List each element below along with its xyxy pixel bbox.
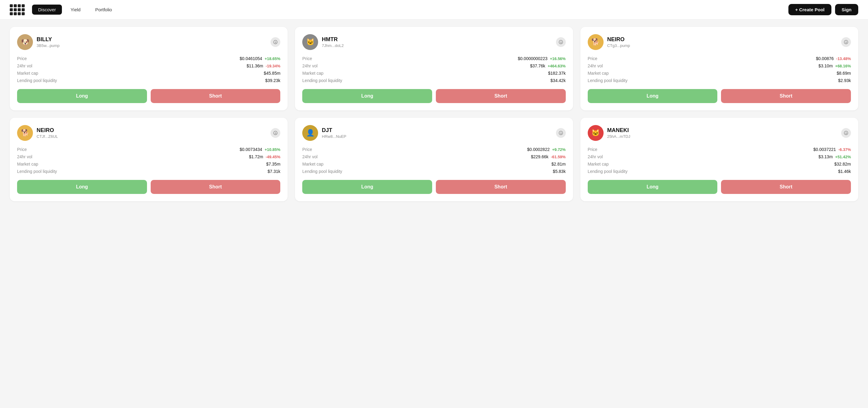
- vol-value: $3.10m: [818, 63, 833, 68]
- price-value-group: $0.0037221 -6.37%: [813, 147, 851, 152]
- card-menu-button[interactable]: a: [556, 128, 566, 138]
- market-cap-label: Market cap: [588, 71, 609, 75]
- long-button[interactable]: Long: [302, 180, 432, 194]
- lending-label: Lending pool liquidity: [302, 169, 342, 174]
- stat-vol: 24hr vol $37.76k +464.63%: [302, 63, 565, 68]
- card-name: NEIRO: [37, 127, 58, 133]
- card-header-left: 👤 DJT HRw8...NuEP: [302, 125, 346, 141]
- short-button[interactable]: Short: [721, 180, 851, 194]
- vol-label: 24hr vol: [588, 154, 603, 159]
- nav-discover[interactable]: Discover: [32, 5, 62, 14]
- card-stats: Price $0.00876 -13.48% 24hr vol $3.10m +…: [588, 56, 851, 83]
- create-pool-button[interactable]: + Create Pool: [788, 4, 831, 15]
- stat-vol: 24hr vol $229.66k -61.59%: [302, 154, 565, 159]
- avatar: 🐱: [588, 125, 603, 141]
- card-djt: 👤 DJT HRw8...NuEP a Price $0.0002822 +9.…: [295, 118, 573, 201]
- stat-vol: 24hr vol $3.13m +51.42%: [588, 154, 851, 159]
- vol-value-group: $1.72m -49.45%: [249, 154, 280, 159]
- market-cap-label: Market cap: [17, 71, 38, 75]
- stat-market-cap: Market cap $45.85m: [17, 71, 280, 75]
- card-identity: NEIRO CTg3...pump: [607, 36, 630, 48]
- vol-label: 24hr vol: [17, 63, 32, 68]
- card-name: DJT: [322, 127, 346, 133]
- svg-text:a: a: [560, 131, 562, 135]
- long-button[interactable]: Long: [17, 89, 147, 103]
- card-hmtr: 🐱 HMTR 7Jhm...doL2 a Price $0.0000000223…: [295, 27, 573, 111]
- stat-price: Price $0.0000000223 +16.56%: [302, 56, 565, 61]
- card-billy: 🐶 BILLY 3B5w...pump a Price $0.0461054 +…: [10, 27, 288, 111]
- long-button[interactable]: Long: [588, 89, 718, 103]
- stat-market-cap: Market cap $8.69m: [588, 71, 851, 75]
- stat-price: Price $0.0037221 -6.37%: [588, 147, 851, 152]
- card-stats: Price $0.0002822 +9.72% 24hr vol $229.66…: [302, 147, 565, 174]
- price-value-group: $0.0002822 +9.72%: [527, 147, 565, 152]
- price-value: $0.0073434: [240, 147, 262, 152]
- lending-value: $1.46k: [838, 169, 851, 174]
- price-label: Price: [302, 56, 312, 61]
- stat-vol: 24hr vol $11.36m -19.34%: [17, 63, 280, 68]
- long-button[interactable]: Long: [17, 180, 147, 194]
- card-header-left: 🐕 NEIRO CTg3...pump: [588, 34, 630, 50]
- short-button[interactable]: Short: [436, 180, 566, 194]
- long-button[interactable]: Long: [302, 89, 432, 103]
- card-neiro2: 🐕 NEIRO CTJf...Z6UL a Price $0.0073434 +…: [10, 118, 288, 201]
- main-content: 🐶 BILLY 3B5w...pump a Price $0.0461054 +…: [0, 20, 868, 209]
- cards-grid: 🐶 BILLY 3B5w...pump a Price $0.0461054 +…: [10, 27, 858, 201]
- card-address: CTg3...pump: [607, 43, 630, 48]
- card-address: 3B5w...pump: [37, 43, 60, 48]
- card-menu-button[interactable]: a: [271, 37, 280, 47]
- svg-text:a: a: [275, 40, 277, 44]
- stat-price: Price $0.0002822 +9.72%: [302, 147, 565, 152]
- card-neiro1: 🐕 NEIRO CTg3...pump a Price $0.00876 -13…: [580, 27, 858, 111]
- lending-label: Lending pool liquidity: [17, 78, 57, 83]
- card-menu-button[interactable]: a: [556, 37, 566, 47]
- stat-market-cap: Market cap $2.81m: [302, 162, 565, 166]
- nav-links: Discover Yield Portfolio: [32, 5, 118, 14]
- price-change: +10.85%: [265, 147, 281, 152]
- card-menu-button[interactable]: a: [841, 37, 851, 47]
- card-maneki: 🐱 MANEKI 25hA...mTDJ a Price $0.0037221 …: [580, 118, 858, 201]
- vol-value-group: $229.66k -61.59%: [531, 154, 566, 159]
- lending-label: Lending pool liquidity: [588, 169, 628, 174]
- short-button[interactable]: Short: [436, 89, 566, 103]
- vol-value-group: $3.13m +51.42%: [818, 154, 851, 159]
- card-identity: NEIRO CTJf...Z6UL: [37, 127, 58, 139]
- short-button[interactable]: Short: [721, 89, 851, 103]
- card-stats: Price $0.0461054 +18.65% 24hr vol $11.36…: [17, 56, 280, 83]
- market-cap-label: Market cap: [17, 162, 38, 166]
- nav-yield[interactable]: Yield: [64, 5, 87, 14]
- lending-value: $7.31k: [268, 169, 280, 174]
- vol-value: $37.76k: [530, 63, 545, 68]
- card-actions: Long Short: [302, 89, 565, 103]
- logo: [10, 4, 25, 15]
- card-name: BILLY: [37, 36, 60, 43]
- card-menu-button[interactable]: a: [271, 128, 280, 138]
- long-button[interactable]: Long: [588, 180, 718, 194]
- stat-lending: Lending pool liquidity $34.42k: [302, 78, 565, 83]
- price-value-group: $0.0461054 +18.65%: [240, 56, 281, 61]
- stat-market-cap: Market cap $182.37k: [302, 71, 565, 75]
- price-value: $0.0461054: [240, 56, 262, 61]
- vol-value-group: $37.76k +464.63%: [530, 63, 566, 68]
- market-cap-value: $7.35m: [266, 162, 281, 166]
- vol-change: +51.42%: [835, 155, 851, 159]
- card-menu-button[interactable]: a: [841, 128, 851, 138]
- lending-label: Lending pool liquidity: [588, 78, 628, 83]
- lending-label: Lending pool liquidity: [302, 78, 342, 83]
- sign-button[interactable]: Sign: [835, 4, 859, 15]
- market-cap-label: Market cap: [302, 162, 323, 166]
- short-button[interactable]: Short: [151, 180, 281, 194]
- short-button[interactable]: Short: [151, 89, 281, 103]
- market-cap-value: $2.81m: [551, 162, 566, 166]
- price-label: Price: [588, 147, 597, 152]
- stat-price: Price $0.0073434 +10.85%: [17, 147, 280, 152]
- price-label: Price: [17, 147, 27, 152]
- svg-text:a: a: [275, 131, 277, 135]
- nav-portfolio[interactable]: Portfolio: [89, 5, 118, 14]
- vol-value: $3.13m: [818, 154, 833, 159]
- card-actions: Long Short: [302, 180, 565, 194]
- price-change: -6.37%: [838, 147, 851, 152]
- vol-change: +464.63%: [548, 64, 566, 68]
- card-name: MANEKI: [607, 127, 630, 133]
- price-change: +9.72%: [552, 147, 565, 152]
